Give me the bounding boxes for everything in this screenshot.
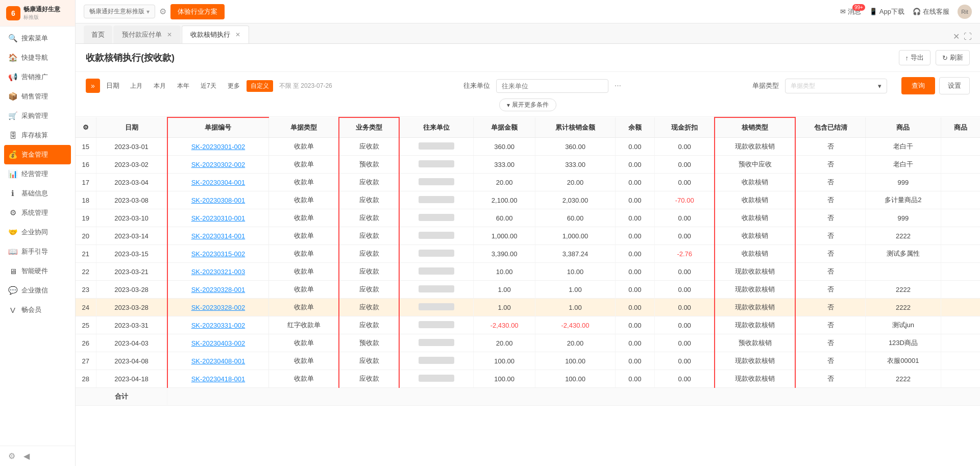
sidebar: 6 畅康通好生意 标推版 🔍 搜索菜单 🏠 快捷导航 📢 营销推广 📦 销售管理… xyxy=(0,0,76,466)
bill-no-link[interactable]: SK-20230302-002 xyxy=(191,161,246,168)
col-partner: 往来单位 xyxy=(399,117,473,138)
export-icon: ↑ xyxy=(905,54,909,62)
chevron-down-icon: ▾ xyxy=(507,102,510,109)
sidebar-item-basics[interactable]: ℹ 基础信息 xyxy=(0,184,75,203)
col-amount: 单据金额 xyxy=(473,117,535,138)
tab-collection-close-icon[interactable]: ✕ xyxy=(235,31,240,38)
sidebar-item-finance[interactable]: 💰 资金管理 xyxy=(4,145,71,164)
sidebar-item-enterprise[interactable]: 🤝 企业协同 xyxy=(0,223,75,242)
sidebar-logo-text: 畅康通好生意 标推版 xyxy=(23,5,60,21)
bill-no-link[interactable]: SK-20230315-002 xyxy=(191,250,246,258)
tab-home[interactable]: 首页 xyxy=(84,26,112,43)
bill-no-link[interactable]: SK-20230403-002 xyxy=(191,339,246,347)
page-title: 收款核销执行(按收款) xyxy=(86,52,175,70)
marketing-icon: 📢 xyxy=(8,72,17,82)
table-row: 162023-03-02SK-20230302-002收款单预收款333.003… xyxy=(76,156,980,174)
filter-7days[interactable]: 近7天 xyxy=(196,80,221,92)
bill-no-link[interactable]: SK-20230301-002 xyxy=(191,143,246,151)
footer-label: 合计 xyxy=(76,388,167,406)
wechat-icon: 💬 xyxy=(8,286,17,295)
main-content: 畅康通好生意标推版 ▾ ⚙ 体验行业方案 ✉ 消息 99+ 📱 App下载 🎧 … xyxy=(76,0,980,466)
bill-no-link[interactable]: SK-20230310-001 xyxy=(191,214,246,222)
bill-no-link[interactable]: SK-20230418-001 xyxy=(191,375,246,383)
filter-expand-button[interactable]: » xyxy=(86,79,100,93)
sidebar-logo-icon: 6 xyxy=(6,6,20,20)
col-goods2: 商品 xyxy=(941,117,980,138)
footer-empty xyxy=(167,388,980,406)
sidebar-item-hardware[interactable]: 🖥 智能硬件 xyxy=(0,261,75,281)
bill-no-link[interactable]: SK-20230328-001 xyxy=(191,286,246,293)
page-header: 收款核销执行(按收款) ↑ 导出 ↻ 刷新 xyxy=(76,44,980,72)
filter-this-month[interactable]: 本月 xyxy=(149,80,170,92)
settings-icon[interactable]: ⚙ xyxy=(8,451,15,461)
col-settings[interactable]: ⚙ xyxy=(76,117,96,138)
bill-no-link[interactable]: SK-20230331-002 xyxy=(191,322,246,329)
col-goods: 商品 xyxy=(866,117,941,138)
table-row: 262023-04-03SK-20230403-002收款单预收款20.0020… xyxy=(76,334,980,352)
system-icon: ⚙ xyxy=(8,208,17,217)
page-actions: ↑ 导出 ↻ 刷新 xyxy=(899,50,970,71)
query-button[interactable]: 查询 xyxy=(901,77,935,94)
sidebar-item-member[interactable]: V 畅会员 xyxy=(0,300,75,320)
sidebar-item-guide[interactable]: 📖 新手引导 xyxy=(0,242,75,261)
messages-button[interactable]: ✉ 消息 99+ xyxy=(840,7,861,16)
sidebar-item-marketing[interactable]: 📢 营销推广 xyxy=(0,67,75,87)
table-row: 192023-03-10SK-20230310-001收款单应收款60.0060… xyxy=(76,209,980,227)
bill-no-link[interactable]: SK-20230308-001 xyxy=(191,197,246,204)
tab-close-window-icon[interactable]: ✕ xyxy=(953,32,960,41)
refresh-icon: ↻ xyxy=(942,54,948,62)
table-row: 222023-03-21SK-20230321-003收款单应收款10.0010… xyxy=(76,263,980,281)
filter-more-row: ▾ 展开更多条件 xyxy=(86,99,970,111)
inventory-icon: 🗄 xyxy=(8,131,17,140)
table-row: 152023-03-01SK-20230301-002收款单应收款360.003… xyxy=(76,138,980,156)
tab-prepay[interactable]: 预付款应付单 ✕ xyxy=(113,26,181,43)
hardware-icon: 🖥 xyxy=(8,267,17,276)
table-row: 232023-03-28SK-20230328-001收款单应收款1.001.0… xyxy=(76,281,980,299)
filter-custom-date-button[interactable]: 自定义 xyxy=(247,80,273,92)
online-service-button[interactable]: 🎧 在线客服 xyxy=(913,7,949,16)
table-row: 252023-03-31SK-20230331-002红字收款单应收款-2,43… xyxy=(76,316,980,334)
sidebar-item-inventory[interactable]: 🗄 库存核算 xyxy=(0,126,75,145)
bill-no-link[interactable]: SK-20230408-001 xyxy=(191,357,246,365)
sidebar-item-purchase[interactable]: 🛒 采购管理 xyxy=(0,106,75,126)
filter-date-buttons: 上月 本月 本年 近7天 更多 自定义 xyxy=(126,80,273,92)
filter-more-date[interactable]: 更多 xyxy=(223,80,244,92)
topbar-gear-icon[interactable]: ⚙ xyxy=(159,7,166,16)
tab-collection[interactable]: 收款核销执行 ✕ xyxy=(182,26,249,43)
home-icon: 🏠 xyxy=(8,53,17,62)
expand-more-conditions-button[interactable]: ▾ 展开更多条件 xyxy=(499,99,556,111)
sidebar-item-nav[interactable]: 🏠 快捷导航 xyxy=(0,48,75,67)
sidebar-bottom: ⚙ ◀ xyxy=(0,446,75,466)
table-row: 182023-03-08SK-20230308-001收款单应收款2,100.0… xyxy=(76,191,980,209)
topbar-dropdown[interactable]: 畅康通好生意标推版 ▾ xyxy=(84,5,155,18)
refresh-button[interactable]: ↻ 刷新 xyxy=(936,50,970,65)
sidebar-item-system[interactable]: ⚙ 系统管理 xyxy=(0,203,75,223)
main-table: ⚙ 日期 单据编号 单据类型 业务类型 往来单位 单据金额 累计核销金额 余额 … xyxy=(76,117,980,406)
export-button[interactable]: ↑ 导出 xyxy=(899,50,931,65)
partner-input[interactable] xyxy=(496,79,608,93)
tab-expand-icon[interactable]: ⛶ xyxy=(964,32,972,41)
bill-no-link[interactable]: SK-20230328-002 xyxy=(191,304,246,311)
sales-icon: 📦 xyxy=(8,92,17,101)
collapse-icon[interactable]: ◀ xyxy=(23,451,30,461)
sidebar-item-operations[interactable]: 📊 经营管理 xyxy=(0,164,75,184)
filter-last-month[interactable]: 上月 xyxy=(126,80,147,92)
sidebar-item-search[interactable]: 🔍 搜索菜单 xyxy=(0,29,75,48)
bill-no-link[interactable]: SK-20230321-003 xyxy=(191,268,246,276)
settings-button[interactable]: 设置 xyxy=(939,77,970,94)
app-download-button[interactable]: 📱 App下载 xyxy=(869,7,904,16)
sidebar-item-wechat[interactable]: 💬 企业微信 xyxy=(0,281,75,300)
table-footer-row: 合计 xyxy=(76,388,980,406)
bill-type-select[interactable]: 单据类型 ▾ xyxy=(785,79,887,93)
topbar: 畅康通好生意标推版 ▾ ⚙ 体验行业方案 ✉ 消息 99+ 📱 App下载 🎧 … xyxy=(76,0,980,23)
dropdown-arrow-icon: ▾ xyxy=(146,8,150,15)
filter-this-year[interactable]: 本年 xyxy=(173,80,194,92)
user-avatar[interactable]: Rit xyxy=(958,5,972,19)
sidebar-item-sales[interactable]: 📦 销售管理 xyxy=(0,87,75,106)
tab-prepay-close-icon[interactable]: ✕ xyxy=(167,31,172,38)
filter-bar: » 日期 上月 本月 本年 近7天 更多 自定义 不限 至 2023-07-26… xyxy=(76,72,980,117)
industry-solution-button[interactable]: 体验行业方案 xyxy=(170,4,225,19)
bill-no-link[interactable]: SK-20230314-001 xyxy=(191,232,246,240)
bill-no-link[interactable]: SK-20230304-001 xyxy=(191,179,246,186)
purchase-icon: 🛒 xyxy=(8,111,17,120)
